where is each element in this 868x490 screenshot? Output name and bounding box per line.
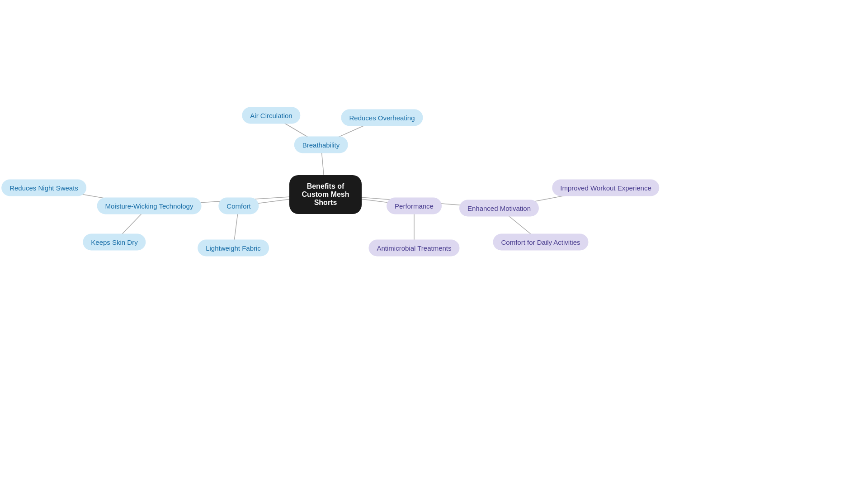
center-node: Benefits of Custom Mesh Shorts xyxy=(289,175,362,214)
mindmap-container: Benefits of Custom Mesh ShortsBreathabil… xyxy=(0,0,868,490)
node-performance[interactable]: Performance xyxy=(387,198,442,214)
node-reduces-night-sweats[interactable]: Reduces Night Sweats xyxy=(1,180,86,196)
node-lightweight-fabric[interactable]: Lightweight Fabric xyxy=(198,240,269,257)
node-keeps-skin-dry[interactable]: Keeps Skin Dry xyxy=(83,234,146,251)
node-comfort[interactable]: Comfort xyxy=(218,198,259,214)
node-improved-workout[interactable]: Improved Workout Experience xyxy=(552,180,659,196)
node-air-circulation[interactable]: Air Circulation xyxy=(242,107,300,124)
node-enhanced-motivation[interactable]: Enhanced Motivation xyxy=(459,200,539,217)
node-moisture-wicking[interactable]: Moisture-Wicking Technology xyxy=(97,198,202,214)
node-antimicrobial[interactable]: Antimicrobial Treatments xyxy=(368,240,459,257)
node-breathability[interactable]: Breathability xyxy=(294,137,348,153)
node-reduces-overheating[interactable]: Reduces Overheating xyxy=(341,109,423,126)
node-comfort-daily[interactable]: Comfort for Daily Activities xyxy=(493,234,588,251)
